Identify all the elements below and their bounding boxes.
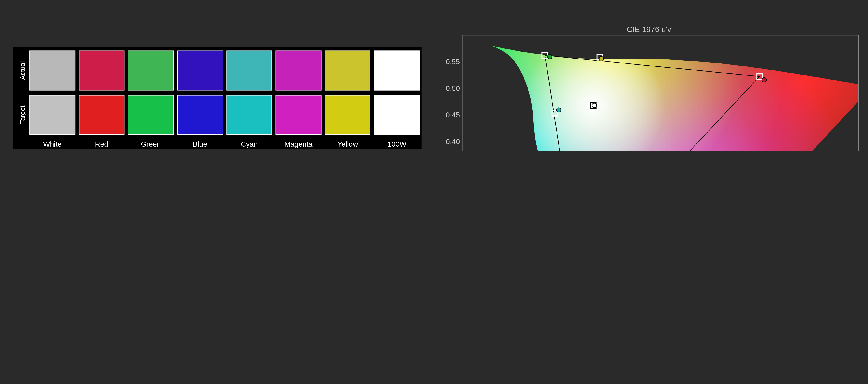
swatch-target-100w [374,95,420,135]
swatch-target-yellow [325,95,371,135]
cie-measured-yellow [599,57,604,61]
swatch-actual-green [128,51,174,91]
swatch-actual-100w [374,51,420,91]
swatch-table: Actual Target WhiteRedGreenBlueCyanMagen… [13,47,422,149]
swatch-actual-red [79,51,125,91]
swatch-target-green [128,95,174,135]
cie-measured-red [762,78,767,83]
cie-title: CIE 1976 u'v' [439,25,861,34]
swatch-target-red [79,95,125,135]
row-label-target: Target [13,95,26,135]
swatch-row-actual [28,51,422,91]
swatch-actual-cyan [226,51,272,91]
cie-diagram: CIE 1976 u'v' Gamut Coverage (%) 88.8533… [439,25,861,151]
swatch-actual-blue [177,51,223,91]
swatch-name: Cyan [225,140,274,148]
swatch-names: WhiteRedGreenBlueCyanMagentaYellow100W [28,140,422,148]
cie-measured-white [592,103,597,108]
swatch-target-white [29,95,75,135]
swatch-target-blue [177,95,223,135]
swatch-name: Green [126,140,176,148]
svg-rect-7 [463,35,858,151]
swatch-target-magenta [276,95,321,135]
swatch-name: Yellow [323,140,372,148]
swatch-name: Blue [176,140,225,148]
swatch-name: 100W [372,140,422,148]
cie-ytick: 0.45 [439,111,462,119]
cie-target-red [756,73,763,80]
cie-measured-cyan [556,107,561,112]
swatch-row-target [28,95,422,135]
row-label-actual: Actual [13,51,26,91]
swatch-actual-yellow [325,51,371,91]
swatch-actual-white [29,51,75,91]
cie-ytick: 0.40 [439,137,462,146]
swatch-name: Red [77,140,126,148]
swatch-name: White [28,140,77,148]
swatch-actual-magenta [276,51,321,91]
cie-measured-green [547,54,552,59]
cie-ytick: 0.50 [439,84,462,92]
cie-plot-area: Gamut Coverage (%) 88.8533 [462,35,859,151]
swatch-target-cyan [226,95,272,135]
cie-ytick: 0.55 [439,57,462,66]
swatch-name: Magenta [274,140,323,148]
